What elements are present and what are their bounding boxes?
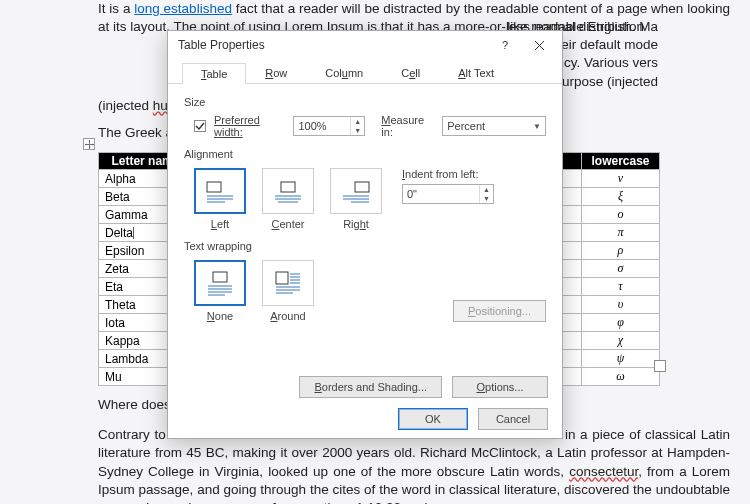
help-button[interactable]: ? xyxy=(488,33,522,57)
tab-cell[interactable]: Cell xyxy=(382,62,439,83)
spin-down-icon[interactable]: ▼ xyxy=(351,126,364,135)
svg-rect-0 xyxy=(207,182,221,192)
spin-up-icon[interactable]: ▲ xyxy=(351,117,364,126)
dialog-titlebar[interactable]: Table Properties ? xyxy=(168,31,562,59)
cell-lower[interactable]: τ xyxy=(582,278,660,296)
svg-rect-4 xyxy=(281,182,295,192)
svg-rect-12 xyxy=(213,272,227,282)
table-properties-dialog: Table Properties ? Table Row Column Cell… xyxy=(167,30,563,439)
svg-rect-8 xyxy=(355,182,369,192)
options-button[interactable]: Options... xyxy=(452,376,548,398)
cell-lower[interactable]: ξ xyxy=(582,188,660,206)
cell-lower[interactable]: σ xyxy=(582,260,660,278)
indent-from-left-label: Indent from left: xyxy=(402,168,494,180)
preferred-width-label: Preferred width: xyxy=(214,114,285,138)
col-header-lower: lowercase xyxy=(582,153,660,170)
dialog-title: Table Properties xyxy=(178,38,488,52)
svg-rect-17 xyxy=(276,272,288,284)
align-left-option[interactable]: Left xyxy=(194,168,246,230)
tab-alt-text[interactable]: Alt Text xyxy=(439,62,513,83)
chevron-down-icon: ▼ xyxy=(533,122,541,131)
positioning-button: Positioning... xyxy=(453,300,546,322)
table-resize-handle[interactable] xyxy=(654,360,666,372)
text-wrapping-group-label: Text wrapping xyxy=(184,240,546,252)
cell-lower[interactable]: π xyxy=(582,224,660,242)
borders-shading-button[interactable]: Borders and Shading... xyxy=(299,376,442,398)
cell-lower[interactable]: χ xyxy=(582,332,660,350)
indent-from-left-input[interactable]: 0" ▲▼ xyxy=(402,184,494,204)
tab-row[interactable]: Row xyxy=(246,62,306,83)
cell-lower[interactable]: υ xyxy=(582,296,660,314)
measure-in-label: Measure in: xyxy=(381,114,434,138)
spin-up-icon[interactable]: ▲ xyxy=(480,185,493,194)
tab-table[interactable]: Table xyxy=(182,63,246,84)
link-long-established[interactable]: long established xyxy=(134,1,232,16)
ok-button[interactable]: OK xyxy=(398,408,468,430)
cell-lower[interactable]: ο xyxy=(582,206,660,224)
cell-lower[interactable]: ν xyxy=(582,170,660,188)
size-group-label: Size xyxy=(184,96,546,108)
wrap-none-option[interactable]: None xyxy=(194,260,246,322)
cell-lower[interactable]: φ xyxy=(582,314,660,332)
cell-lower[interactable]: ψ xyxy=(582,350,660,368)
cell-lower[interactable]: ρ xyxy=(582,242,660,260)
align-right-option[interactable]: Right xyxy=(330,168,382,230)
preferred-width-input[interactable]: 100% ▲▼ xyxy=(293,116,365,136)
spin-down-icon[interactable]: ▼ xyxy=(480,194,493,203)
wrap-around-option[interactable]: Around xyxy=(262,260,314,322)
dialog-tabs: Table Row Column Cell Alt Text xyxy=(168,59,562,84)
spell-error: hu xyxy=(153,98,168,113)
cell-lower[interactable]: ω xyxy=(582,368,660,386)
spell-error-consectetur: consectetur xyxy=(569,464,638,479)
table-move-handle[interactable] xyxy=(83,138,95,150)
align-center-option[interactable]: Center xyxy=(262,168,314,230)
alignment-group-label: Alignment xyxy=(184,148,546,160)
tab-column[interactable]: Column xyxy=(306,62,382,83)
close-button[interactable] xyxy=(522,33,556,57)
cancel-button[interactable]: Cancel xyxy=(478,408,548,430)
measure-in-select[interactable]: Percent▼ xyxy=(442,116,546,136)
preferred-width-checkbox[interactable] xyxy=(194,120,206,132)
